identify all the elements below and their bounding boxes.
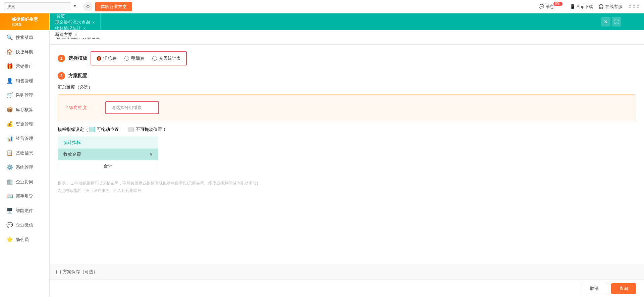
logo-text: 畅捷通好生意 — [12, 16, 38, 22]
tab-bank-flow[interactable]: 现金银行流水查询✕ — [50, 19, 101, 26]
dim-select-box[interactable]: 请选择分组维度 — [105, 101, 159, 114]
sidebar-icon-search-menu: 🔍 — [6, 34, 13, 41]
sidebar-item-sales[interactable]: 👤 销售管理 — [0, 73, 49, 88]
sidebar-item-purchase[interactable]: 🛒 采购管理 — [0, 88, 49, 102]
indicator-table-header: 统计指标 — [58, 137, 158, 149]
tab-home[interactable]: 首页 — [50, 13, 101, 19]
close-tab-action[interactable]: ✕ — [601, 17, 610, 27]
dim-row-label: * 纵向维度 — [66, 105, 87, 111]
settings-gear-icon[interactable]: ⚙ — [83, 2, 93, 11]
save-checkbox-input[interactable] — [56, 270, 61, 274]
sidebar-item-enterprise[interactable]: 🏢 企业协同 — [0, 175, 49, 189]
page-title-bar: 收款情况统计方案设置 — [50, 30, 644, 45]
top-bar-left: ▾ ⚙ 体验行业方案 — [4, 2, 539, 11]
main-layout: 畅捷通好生意 标准版 🔍 搜索菜单 🏠 快捷导航 🎁 营销推广 👤 销售管理 🛒… — [0, 13, 644, 297]
sidebar: 畅捷通好生意 标准版 🔍 搜索菜单 🏠 快捷导航 🎁 营销推广 👤 销售管理 🛒… — [0, 13, 50, 297]
tab-label-bank-flow: 现金银行流水查询 — [55, 19, 90, 26]
tab-close-new-plan[interactable]: ✕ — [74, 33, 77, 37]
tab-label-collection-stats: 收款情况统计 — [55, 26, 81, 32]
indicator-table-cell[interactable]: 收款金额 ∨ — [58, 149, 158, 160]
step2-section: 2 方案配置 汇总维度（必选） * 纵向维度 — 请选择分组维度 — [58, 72, 636, 194]
sidebar-label-system: 系统管理 — [16, 164, 33, 170]
search-input[interactable] — [4, 2, 71, 11]
sidebar-icon-hardware: 🖥️ — [6, 207, 13, 214]
sidebar-item-inventory[interactable]: 📦 库存核算 — [0, 102, 49, 117]
service-icon: 🎧 — [598, 4, 604, 9]
sidebar-icon-marketing: 🎁 — [6, 63, 13, 69]
cancel-button[interactable]: 取消 — [582, 283, 607, 294]
non-draggable-dot — [128, 127, 134, 132]
app-icon: 📱 — [570, 4, 575, 9]
sidebar-label-basic: 基础信息 — [16, 150, 33, 156]
online-service-item[interactable]: 🎧 在线客服 — [598, 4, 623, 10]
message-label: 消息 — [545, 4, 554, 10]
indicator-table: 统计指标 收款金额 ∨ 合计 — [58, 137, 158, 172]
sidebar-item-marketing[interactable]: 🎁 营销推广 — [0, 59, 49, 73]
sidebar-icon-purchase: 🛒 — [6, 92, 13, 98]
sidebar-item-finance[interactable]: 💰 资金管理 — [0, 117, 49, 131]
sidebar-logo: 畅捷通好生意 标准版 — [0, 13, 49, 30]
tab-label-new-plan: 新建方案 — [55, 32, 72, 38]
draggable-label: 可拖动位置 — [97, 127, 119, 133]
step1-header: 1 选择模板 汇总表 明细表 — [58, 51, 636, 65]
sidebar-item-hardware[interactable]: 🖥️ 智能硬件 — [0, 203, 49, 218]
tab-close-bank-flow[interactable]: ✕ — [92, 20, 95, 25]
sidebar-label-inventory: 库存核算 — [16, 107, 33, 113]
radio-summary-input[interactable] — [97, 56, 101, 61]
sidebar-icon-wechat: 💬 — [6, 222, 13, 228]
sidebar-icon-guide: 📖 — [6, 193, 13, 199]
tip-line2: 2.点击标题栏下拉可设置排序、插入列和删除列 — [58, 187, 636, 195]
radio-cross-input[interactable] — [152, 56, 157, 61]
dropdown-arrow-icon[interactable]: ▾ — [74, 3, 80, 10]
radio-cross[interactable]: 交叉统计表 — [152, 55, 181, 61]
indicator-setting-label: 模板指标设定（ — [58, 127, 88, 133]
dropdown-icon[interactable]: ∨ — [150, 152, 153, 157]
tip-line1: 提示： 1.拖动标题栏可以调整布局，不可跨维度或指标区域拖动栏目字段(只能在同一… — [58, 180, 636, 187]
sidebar-item-quick-nav[interactable]: 🏠 快捷导航 — [0, 45, 49, 59]
cell-label: 收款金额 — [63, 151, 81, 157]
tabs-container: 首页现金银行流水查询✕收款情况统计✕新建方案✕ — [50, 13, 101, 30]
sidebar-item-operation[interactable]: 📊 经营管理 — [0, 131, 49, 146]
page-content: 收款情况统计方案设置 1 选择模板 汇总表 — [50, 30, 644, 280]
config-section: 汇总维度（必选） * 纵向维度 — 请选择分组维度 — [58, 84, 636, 194]
trial-button[interactable]: 体验行业方案 — [95, 2, 132, 11]
tab-label-home: 首页 — [56, 13, 65, 19]
sidebar-icon-sales: 👤 — [6, 78, 13, 84]
dim-arrow: — — [93, 105, 99, 111]
tab-bar: 首页现金银行流水查询✕收款情况统计✕新建方案✕ ✕ ⛶ — [50, 13, 644, 30]
sidebar-icon-finance: 💰 — [6, 121, 13, 127]
indicator-sep — [121, 127, 126, 133]
radio-detail-input[interactable] — [124, 56, 129, 61]
tips-section: 提示： 1.拖动标题栏可以调整布局，不可跨维度或指标区域拖动栏目字段(只能在同一… — [58, 180, 636, 194]
sidebar-item-system[interactable]: ⚙️ 系统管理 — [0, 160, 49, 175]
message-item[interactable]: 💬 消息 99+ — [539, 4, 565, 10]
template-options: 汇总表 明细表 交叉统计表 — [97, 55, 181, 61]
sidebar-icon-member: ⭐ — [6, 236, 13, 243]
draggable-dot — [90, 127, 95, 132]
user-name: 某某某 — [628, 4, 640, 9]
sidebar-label-sales: 销售管理 — [16, 78, 33, 84]
sidebar-item-member[interactable]: ⭐ 畅会员 — [0, 232, 49, 247]
tab-collection-stats[interactable]: 收款情况统计✕ — [50, 26, 101, 32]
tab-close-collection-stats[interactable]: ✕ — [83, 27, 86, 31]
sidebar-item-guide[interactable]: 📖 新手引导 — [0, 189, 49, 203]
step2-title: 方案配置 — [68, 73, 87, 79]
radio-summary[interactable]: 汇总表 — [97, 55, 116, 61]
expand-tab-action[interactable]: ⛶ — [612, 17, 621, 27]
sidebar-item-wechat[interactable]: 💬 企业微信 — [0, 218, 49, 232]
step1-badge: 1 — [58, 55, 65, 62]
query-button[interactable]: 查询 — [611, 283, 636, 294]
message-icon: 💬 — [539, 4, 544, 9]
sidebar-icon-operation: 📊 — [6, 135, 13, 142]
form-area: 1 选择模板 汇总表 明细表 — [50, 45, 644, 264]
app-download-item[interactable]: 📱 App下载 — [570, 4, 593, 10]
radio-detail[interactable]: 明细表 — [124, 55, 144, 61]
sidebar-item-basic[interactable]: 📋 基础信息 — [0, 146, 49, 160]
logo-sub: 标准版 — [12, 22, 38, 27]
sidebar-icon-system: ⚙️ — [6, 164, 13, 170]
sidebar-icon-enterprise: 🏢 — [6, 179, 13, 185]
bottom-section: 方案保存（可选） — [50, 264, 644, 280]
save-checkbox-label[interactable]: 方案保存（可选） — [56, 269, 98, 275]
tab-new-plan[interactable]: 新建方案✕ — [50, 32, 101, 38]
sidebar-item-search-menu[interactable]: 🔍 搜索菜单 — [0, 30, 49, 45]
